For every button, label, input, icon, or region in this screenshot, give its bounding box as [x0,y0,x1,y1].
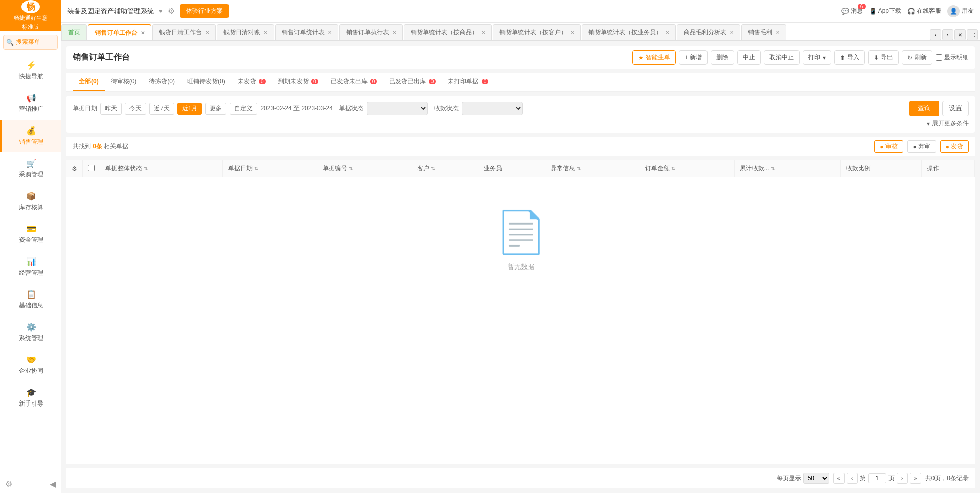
add-button[interactable]: + 新增 [679,50,708,65]
tab-close-icon[interactable]: ✕ [328,30,332,35]
page-size-select[interactable]: 10 20 50 100 [803,473,829,484]
tab-home[interactable]: 首页 [61,24,87,40]
tab-sales-summary-customer[interactable]: 销货单统计表（按客户） ✕ [493,24,581,40]
app-download-action[interactable]: 📱 App下载 [869,7,901,15]
date-more-btn[interactable]: 更多 [205,103,226,115]
tab-close-icon[interactable]: ✕ [776,30,780,35]
sub-tab-shipped-out[interactable]: 已发货已出库 0 [383,73,442,91]
sidebar-item-marketing[interactable]: 📢 营销推广 [0,87,61,120]
sort-icon[interactable]: ⇅ [349,166,353,171]
sub-tab-pending-inspect[interactable]: 待拣货(0) [143,73,181,91]
col-settings[interactable]: ⚙ [66,160,83,177]
date-custom-btn[interactable]: 自定义 [230,103,257,115]
first-page-button[interactable]: « [833,473,845,484]
sub-tab-unshipped[interactable]: 未发货 0 [232,73,272,91]
sort-icon[interactable]: ⇅ [771,166,775,171]
query-button[interactable]: 查询 [909,101,939,116]
delete-button[interactable]: 删除 [711,50,734,65]
date-today-btn[interactable]: 今天 [125,103,146,115]
sort-icon[interactable]: ⇅ [254,166,258,171]
sidebar-item-quick-nav[interactable]: ⚡ 快捷导航 [0,54,61,87]
sort-icon[interactable]: ⇅ [144,166,148,171]
select-all-checkbox[interactable] [88,165,95,171]
sort-icon[interactable]: ⇅ [431,166,435,171]
date-yesterday-btn[interactable]: 昨天 [100,103,122,115]
tabs-scroll-left[interactable]: ‹ [930,29,941,40]
sidebar-item-basic-info[interactable]: 📋 基础信息 [0,283,61,316]
tab-sales-exec[interactable]: 销售订单执行表 ✕ [339,24,403,40]
solution-button[interactable]: 体验行业方案 [180,4,229,18]
sidebar-item-sales[interactable]: 💰 销售管理 [0,120,61,152]
tabs-scroll-right[interactable]: › [942,29,953,40]
table-footer: 每页显示 10 20 50 100 « ‹ 第 页 › » 共0页，0条记录 [66,468,975,488]
tab-cash-daily[interactable]: 钱货日清工作台 ✕ [152,24,216,40]
status-select[interactable] [367,102,428,115]
filter-area: 单据日期 昨天 今天 近7天 近1月 更多 自定义 2023-02-24 至 2… [66,96,975,133]
next-page-button[interactable]: › [897,473,908,484]
tab-sales-summary-staff[interactable]: 销货单统计表（按业务员） ✕ [582,24,676,40]
sidebar-item-operations[interactable]: 📊 经营管理 [0,251,61,283]
sub-tab-shipped-no-out[interactable]: 已发货未出库 0 [325,73,383,91]
tab-sales-workbench[interactable]: 销售订单工作台 ✕ [88,24,151,40]
finance-icon: 💳 [26,224,36,234]
tab-sales-summary-product[interactable]: 销货单统计表（按商品） ✕ [404,24,492,40]
sub-tab-all[interactable]: 全部(0) [73,73,105,91]
search-menu-button[interactable]: 🔍 搜索菜单 [3,35,58,50]
last-page-button[interactable]: » [910,473,921,484]
sub-tab-unprinted[interactable]: 未打印单据 0 [442,73,494,91]
col-checkbox[interactable] [83,160,100,177]
date-1month-btn[interactable]: 近1月 [177,103,202,115]
settings-icon[interactable]: ⚙ [5,479,12,489]
page-number-input[interactable] [868,473,886,483]
stop-button[interactable]: 中止 [737,50,761,65]
tab-margin-analysis[interactable]: 商品毛利分析表 ✕ [677,24,740,40]
payment-select[interactable] [462,102,523,115]
sidebar-item-system[interactable]: ⚙️ 系统管理 [0,316,61,349]
cancel-review-button[interactable]: ● 弃审 [907,140,936,153]
ship-button[interactable]: ● 发货 [940,140,969,153]
sidebar-logo[interactable]: 畅 畅捷通好生意 标准版 [0,0,61,31]
user-menu[interactable]: 👤 用友 [947,5,974,17]
collapse-icon[interactable]: ◀ [50,479,56,489]
tab-sales-profit[interactable]: 销售毛利 ✕ [741,24,786,40]
online-service-action[interactable]: 🎧 在线客服 [907,7,941,15]
print-button[interactable]: 打印 ▾ [803,50,831,65]
cancel-stop-button[interactable]: 取消中止 [764,50,800,65]
sort-icon[interactable]: ⇅ [577,166,581,171]
tabs-close-all[interactable]: ✕ [954,29,966,40]
chevron-down-icon[interactable]: ▾ [159,7,163,15]
tabs-maximize[interactable]: ⛶ [967,29,978,40]
tab-close-icon[interactable]: ✕ [205,30,209,35]
sidebar-item-guide[interactable]: 🎓 新手引导 [0,382,61,414]
page-actions: ★ 智能生单 + 新增 删除 中止 取消中止 打印 ▾ ⬆ 导入 ⬇ 导出 [632,50,969,65]
tab-close-icon[interactable]: ✕ [392,30,396,35]
sort-icon[interactable]: ⇅ [671,166,675,171]
sub-tab-overdue[interactable]: 到期未发货 0 [272,73,325,91]
tab-close-icon[interactable]: ✕ [141,30,145,36]
sidebar-item-purchase[interactable]: 🛒 采购管理 [0,152,61,185]
import-button[interactable]: ⬆ 导入 [834,50,865,65]
prev-page-button[interactable]: ‹ [847,473,858,484]
sidebar-item-inventory[interactable]: 📦 库存核算 [0,185,61,218]
tab-close-icon[interactable]: ✕ [730,30,734,35]
sub-tab-wangpu[interactable]: 旺铺待发货(0) [181,73,232,91]
sidebar-item-finance[interactable]: 💳 资金管理 [0,218,61,251]
tab-close-icon[interactable]: ✕ [481,30,485,35]
setting-button[interactable]: 设置 [942,101,969,116]
tab-close-icon[interactable]: ✕ [665,30,669,35]
message-action[interactable]: 💬 消息 6 [841,7,863,15]
smart-create-button[interactable]: ★ 智能生单 [632,50,676,65]
tab-close-icon[interactable]: ✕ [570,30,574,35]
export-button[interactable]: ⬇ 导出 [868,50,899,65]
tab-cash-reconcile[interactable]: 钱货日清对账 ✕ [217,24,274,40]
show-detail-checkbox[interactable]: 显示明细 [936,53,969,62]
gear-icon[interactable]: ⚙ [168,6,175,16]
tab-close-icon[interactable]: ✕ [263,30,267,35]
sub-tab-pending-review[interactable]: 待审核(0) [105,73,143,91]
review-button[interactable]: ● 审核 [874,140,903,153]
expand-button[interactable]: ▾ 展开更多条件 [927,119,969,128]
tab-sales-stat[interactable]: 销售订单统计表 ✕ [275,24,338,40]
sidebar-item-enterprise[interactable]: 🤝 企业协同 [0,349,61,382]
date-7days-btn[interactable]: 近7天 [149,103,174,115]
refresh-button[interactable]: ↻ 刷新 [902,50,932,65]
